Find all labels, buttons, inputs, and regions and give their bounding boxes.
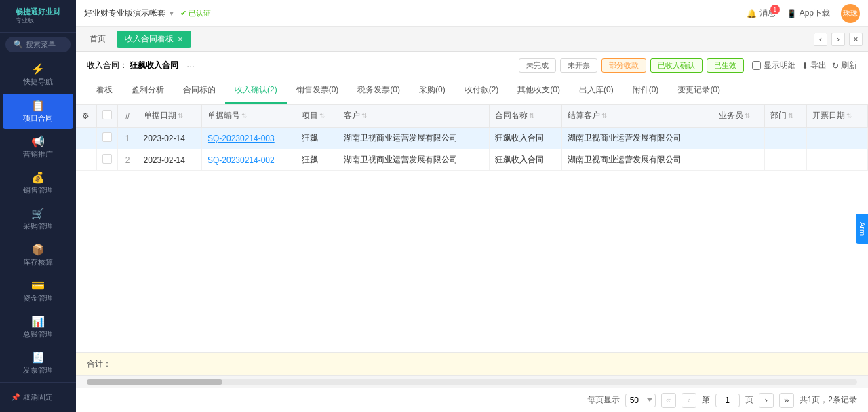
sidebar-item-inventory[interactable]: 📦 库存核算 (3, 238, 73, 273)
logo-sub: 专业版 (16, 16, 60, 25)
prev-page-button[interactable]: ‹ (682, 393, 696, 408)
sidebar-item-general-label: 总账管理 (23, 329, 53, 339)
subtab-confirm[interactable]: 收入确认(2) (225, 77, 287, 104)
row-customer: 湖南卫视商业运营发展有限公司 (338, 149, 489, 171)
company-dropdown[interactable]: 好业财专业版演示帐套 ▼ (84, 7, 175, 19)
first-page-button[interactable]: « (661, 393, 676, 408)
sidebar-item-marketing[interactable]: 📢 营销推广 (3, 130, 73, 165)
tab-home[interactable]: 首页 (81, 31, 114, 48)
page-number-input[interactable] (715, 394, 740, 407)
th-department-label: 部门 (770, 111, 787, 120)
sidebar-search-area: 🔍 搜索菜单 (0, 33, 76, 56)
subtab-warehouse[interactable]: 出入库(0) (570, 77, 623, 104)
th-invoice-date[interactable]: 开票日期⇅ (806, 105, 867, 128)
sidebar-item-sales[interactable]: 💰 销售管理 (3, 166, 73, 201)
th-project[interactable]: 项目⇅ (296, 105, 338, 128)
unpin-icon: 📌 (11, 393, 20, 402)
user-avatar[interactable]: 珠珠 (841, 4, 860, 23)
sidebar-item-finance[interactable]: 💳 资金管理 (3, 274, 73, 309)
th-date[interactable]: 单据日期⇅ (138, 105, 201, 128)
subtab-other-income[interactable]: 其他收支(0) (508, 77, 570, 104)
subtab-purchase[interactable]: 采购(0) (410, 77, 455, 104)
tab-nav-prev[interactable]: ‹ (814, 33, 827, 46)
row-date: 2023-02-14 (138, 128, 201, 149)
subtab-kanban[interactable]: 看板 (87, 77, 122, 104)
verified-badge: ✔ 已认证 (180, 8, 211, 18)
unpin-label: 取消固定 (23, 392, 53, 402)
contract-header: 收入合同： 狂飙收入合同 ··· 未完成 未开票 部分收款 已收入确认 已生效 … (76, 52, 868, 77)
app-download-label: App下载 (800, 7, 830, 19)
th-salesperson[interactable]: 业务员⇅ (713, 105, 765, 128)
tab-nav-close[interactable]: × (849, 33, 863, 46)
tab-close-icon[interactable]: × (178, 34, 183, 44)
topbar: 好业财专业版演示帐套 ▼ ✔ 已认证 🔔 消息 1 📱 App下载 珠珠 (76, 0, 868, 27)
search-menu-button[interactable]: 🔍 搜索菜单 (5, 37, 71, 52)
sidebar-item-finance-label: 资金管理 (23, 293, 53, 303)
row-select-checkbox[interactable] (102, 154, 112, 164)
th-date-label: 单据日期 (144, 111, 176, 120)
subtab-payment[interactable]: 收付款(2) (455, 77, 509, 104)
page-label-before: 第 (702, 394, 710, 406)
row-salesperson (713, 128, 765, 149)
status-confirmed[interactable]: 已收入确认 (650, 58, 703, 73)
contract-title: 收入合同： 狂飙收入合同 (87, 60, 178, 71)
export-button[interactable]: ⬇ 导出 (802, 60, 827, 71)
marketing-icon: 📢 (31, 135, 45, 148)
row-settings (76, 149, 96, 171)
contract-more-button[interactable]: ··· (186, 60, 195, 71)
status-uninvoiced[interactable]: 未开票 (560, 58, 597, 73)
pagination: 每页显示 50 10 20 100 « ‹ 第 页 › » 共1页，2条记录 (76, 388, 868, 412)
th-contract-name[interactable]: 合同名称⇅ (489, 105, 561, 128)
sidebar-item-purchase[interactable]: 🛒 采购管理 (3, 202, 73, 237)
row-select-checkbox[interactable] (102, 132, 112, 142)
th-settings[interactable]: ⚙ (76, 105, 96, 128)
per-page-select[interactable]: 50 10 20 100 (625, 394, 656, 407)
th-billing-customer[interactable]: 结算客户⇅ (562, 105, 713, 128)
status-partial[interactable]: 部分收款 (601, 58, 646, 73)
select-all-checkbox[interactable] (102, 110, 112, 119)
row-checkbox[interactable] (96, 149, 117, 171)
row-bill-no[interactable]: SQ-20230214-002 (201, 149, 296, 171)
last-page-button[interactable]: » (779, 393, 794, 408)
sidebar-item-quick-nav[interactable]: ⚡ 快捷导航 (3, 57, 73, 92)
next-page-button[interactable]: › (759, 393, 774, 408)
row-project: 狂飙 (296, 128, 338, 149)
sidebar-item-project[interactable]: 📋 项目合同 (3, 94, 73, 129)
show-detail-input[interactable] (752, 61, 761, 70)
page-total: 共1页，2条记录 (800, 394, 857, 406)
table-row[interactable]: 2 2023-02-14 SQ-20230214-002 狂飙 湖南卫视商业运营… (76, 149, 868, 171)
th-customer[interactable]: 客户⇅ (338, 105, 489, 128)
row-checkbox[interactable] (96, 128, 117, 149)
th-bill-no[interactable]: 单据编号⇅ (201, 105, 296, 128)
subtab-change-log[interactable]: 变更记录(0) (668, 77, 730, 104)
sort-salesperson-icon: ⇅ (745, 112, 750, 119)
horizontal-scrollbar[interactable] (76, 375, 868, 388)
show-detail-checkbox[interactable]: 显示明细 (752, 60, 796, 71)
status-effective[interactable]: 已生效 (707, 58, 744, 73)
tab-income-contract[interactable]: 收入合同看板 × (117, 31, 191, 48)
verified-text: 已认证 (189, 8, 211, 18)
table-row[interactable]: 1 2023-02-14 SQ-20230214-003 狂飙 湖南卫视商业运营… (76, 128, 868, 149)
arm-floating-button[interactable]: Arm (856, 213, 868, 243)
subtab-attachment[interactable]: 附件(0) (623, 77, 669, 104)
subtab-tax-invoice[interactable]: 税务发票(0) (348, 77, 410, 104)
tab-nav-next[interactable]: › (831, 33, 845, 46)
unpin-button[interactable]: 📌 取消固定 (5, 388, 71, 407)
app-download-button[interactable]: 📱 App下载 (787, 7, 830, 19)
scrollbar-thumb[interactable] (87, 379, 222, 385)
row-bill-no[interactable]: SQ-20230214-003 (201, 128, 296, 149)
notifications-button[interactable]: 🔔 消息 1 (747, 7, 776, 19)
th-bill-no-label: 单据编号 (208, 111, 240, 120)
th-department[interactable]: 部门⇅ (765, 105, 806, 128)
sidebar-item-general[interactable]: 📊 总账管理 (3, 310, 73, 345)
th-checkbox[interactable] (96, 105, 117, 128)
sidebar-item-invoice[interactable]: 🧾 发票管理 (3, 345, 73, 381)
subtab-sales-invoice[interactable]: 销售发票(0) (287, 77, 349, 104)
refresh-button[interactable]: ↻ 刷新 (832, 60, 857, 71)
refresh-icon: ↻ (832, 61, 839, 71)
subtab-standard[interactable]: 合同标的 (174, 77, 225, 104)
status-incomplete[interactable]: 未完成 (519, 58, 556, 73)
subtab-profit[interactable]: 盈利分析 (122, 77, 174, 104)
dropdown-chevron-icon: ▼ (168, 10, 175, 17)
th-num: # (117, 105, 138, 128)
